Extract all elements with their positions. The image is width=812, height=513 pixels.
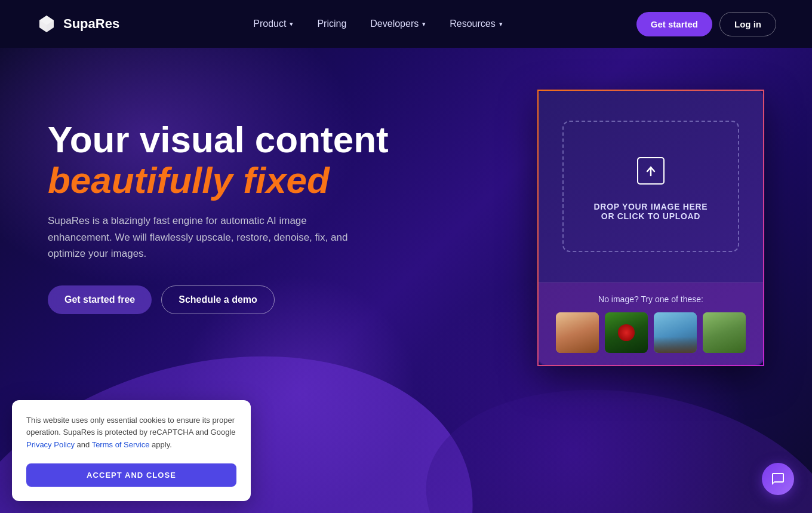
- nav-actions: Get started Log in: [636, 12, 776, 36]
- sample-images-section: No image? Try one of these:: [539, 282, 763, 365]
- nav-resources[interactable]: Resources ▾: [440, 14, 512, 34]
- nav-login-button[interactable]: Log in: [719, 12, 776, 36]
- accept-cookies-button[interactable]: ACCEPT AND CLOSE: [26, 463, 236, 487]
- upload-text: DROP YOUR IMAGE HERE OR CLICK TO UPLOAD: [594, 202, 708, 221]
- logo-text: SupaRes: [63, 16, 119, 32]
- upload-dashed-border[interactable]: DROP YOUR IMAGE HERE OR CLICK TO UPLOAD: [562, 121, 739, 252]
- terms-of-service-link[interactable]: Terms of Service: [92, 440, 150, 449]
- privacy-policy-link[interactable]: Privacy Policy: [26, 440, 75, 449]
- get-started-free-button[interactable]: Get started free: [48, 285, 152, 314]
- logo[interactable]: SupaRes: [36, 13, 119, 35]
- hero-buttons: Get started free Schedule a demo: [48, 285, 537, 314]
- navbar: SupaRes Product ▾ Pricing Developers ▾ R…: [0, 0, 812, 48]
- chevron-down-icon: ▾: [422, 20, 426, 28]
- sample-image-ladybug[interactable]: [605, 312, 648, 353]
- chevron-down-icon: ▾: [290, 20, 293, 28]
- sample-image-list: [553, 312, 749, 353]
- chevron-down-icon: ▾: [499, 20, 503, 28]
- logo-icon: [36, 13, 57, 35]
- hero-content: Your visual content beautifully fixed Su…: [48, 84, 537, 314]
- upload-icon-wrapper: [632, 152, 670, 190]
- upload-card: DROP YOUR IMAGE HERE OR CLICK TO UPLOAD …: [537, 90, 764, 366]
- nav-developers[interactable]: Developers ▾: [361, 14, 435, 34]
- cookie-banner: This website uses only essential cookies…: [12, 400, 251, 501]
- sample-image-woman[interactable]: [556, 312, 599, 353]
- schedule-demo-button[interactable]: Schedule a demo: [161, 285, 275, 314]
- sample-image-street[interactable]: [654, 312, 697, 353]
- nav-product[interactable]: Product ▾: [244, 14, 303, 34]
- chat-icon: [771, 472, 785, 486]
- upload-card-container: DROP YOUR IMAGE HERE OR CLICK TO UPLOAD …: [537, 90, 764, 366]
- nav-get-started-button[interactable]: Get started: [636, 12, 712, 36]
- chat-button[interactable]: [762, 463, 794, 495]
- upload-drop-area[interactable]: DROP YOUR IMAGE HERE OR CLICK TO UPLOAD: [539, 91, 763, 282]
- hero-description: SupaRes is a blazingly fast engine for a…: [48, 213, 358, 262]
- sample-image-kids[interactable]: [703, 312, 746, 353]
- hero-title: Your visual content beautifully fixed: [48, 119, 537, 201]
- cookie-text: This website uses only essential cookies…: [26, 414, 236, 451]
- nav-pricing[interactable]: Pricing: [307, 14, 356, 34]
- nav-links: Product ▾ Pricing Developers ▾ Resources…: [244, 14, 512, 34]
- sample-images-label: No image? Try one of these:: [553, 294, 749, 304]
- upload-icon: [635, 155, 666, 186]
